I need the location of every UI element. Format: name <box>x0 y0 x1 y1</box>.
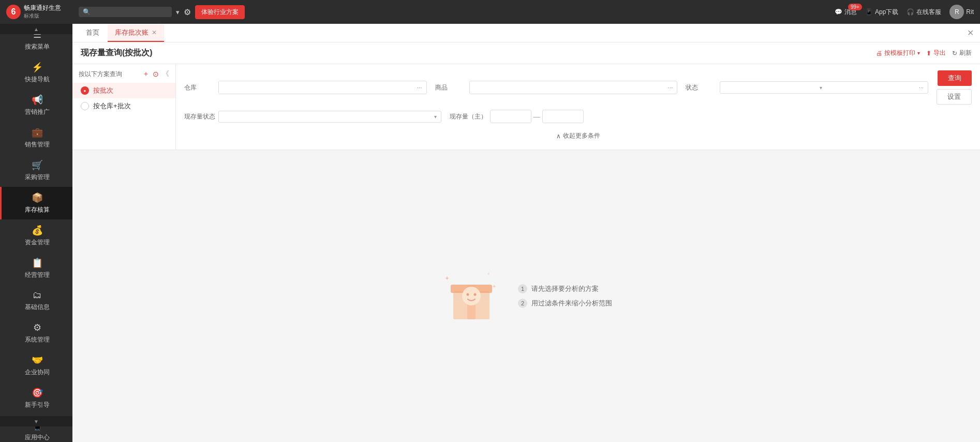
finance-icon: 💰 <box>32 225 43 236</box>
collapse-row[interactable]: ∧ 收起更多条件 <box>184 128 972 143</box>
sidebar-item-finance[interactable]: 💰 资金管理 <box>0 219 72 252</box>
svg-point-5 <box>467 293 469 296</box>
tab-bar: 首页 库存批次账 ✕ ✕ <box>72 24 980 42</box>
sidebar-item-purchase[interactable]: 🛒 采购管理 <box>0 154 72 187</box>
headset-icon: 🎧 <box>907 8 914 16</box>
svg-text:✦: ✦ <box>444 275 450 282</box>
top-bar-center: 🔍 ▾ ⚙ 体验行业方案 <box>68 5 835 19</box>
sidebar-item-new-guide[interactable]: 🎯 新手引导 <box>0 382 72 415</box>
logo-icon: 6 <box>6 5 21 19</box>
search-icon: 🔍 <box>83 8 91 16</box>
filter-panel: 按以下方案查询 ＋ ⊙ 《 ● 按批次 按仓库+批次 <box>72 64 980 150</box>
product-input-wrap[interactable]: ··· <box>469 81 678 94</box>
sidebar-item-label: 销售管理 <box>25 140 50 149</box>
content-area: 首页 库存批次账 ✕ ✕ 现存量查询(按批次) 🖨 按模板打印 ▾ ⬆ 导出 <box>72 24 980 442</box>
product-field: 商品 ··· <box>435 81 678 94</box>
status-more-icon[interactable]: ··· <box>919 84 924 91</box>
sidebar-scroll-up[interactable]: ▲ <box>0 24 72 34</box>
product-more-icon[interactable]: ··· <box>663 81 677 94</box>
message-icon: 💬 <box>835 8 842 16</box>
refresh-label: 刷新 <box>959 49 972 57</box>
tab-close-icon[interactable]: ✕ <box>152 30 157 36</box>
sidebar-item-sales[interactable]: 💼 销售管理 <box>0 122 72 154</box>
inventory-main-max[interactable] <box>542 110 584 123</box>
empty-text: 1 请先选择要分析的方案 2 用过滤条件来缩小分析范围 <box>518 284 612 308</box>
settings-button[interactable]: 设置 <box>937 89 972 105</box>
sidebar-item-label: 新手引导 <box>25 401 50 409</box>
sidebar-item-label: 企业协同 <box>25 368 50 377</box>
search-bar[interactable]: 🔍 <box>79 7 172 17</box>
app-download-action[interactable]: 📱 App下载 <box>865 8 898 17</box>
product-label: 商品 <box>435 83 466 92</box>
sidebar-scroll-down[interactable]: ▼ <box>0 416 72 426</box>
export-action[interactable]: ⬆ 导出 <box>926 49 946 57</box>
phone-icon: 📱 <box>865 8 873 16</box>
scheme-item-batch[interactable]: ● 按批次 <box>72 83 175 98</box>
user-action[interactable]: R Rit <box>949 5 974 19</box>
sidebar-item-label: 搜索菜单 <box>25 42 50 51</box>
sidebar-item-inventory[interactable]: 📦 库存核算 <box>0 187 72 219</box>
sidebar-item-label: 经营管理 <box>25 271 50 279</box>
warehouse-field: 仓库 ··· <box>184 81 427 94</box>
sidebar: ▲ ☰ 搜索菜单 ⚡ 快捷导航 📢 营销推广 💼 销售管理 🛒 采购管理 📦 库… <box>0 24 72 442</box>
gear-button[interactable]: ⚙ <box>184 7 191 17</box>
sidebar-item-operation[interactable]: 📋 经营管理 <box>0 252 72 285</box>
step-2-num: 2 <box>518 299 527 308</box>
tab-inventory-batch[interactable]: 库存批次账 ✕ <box>108 24 164 42</box>
collapse-label: 收起更多条件 <box>563 131 600 140</box>
sidebar-item-enterprise[interactable]: 🤝 企业协同 <box>0 349 72 382</box>
svg-point-4 <box>462 287 481 305</box>
inventory-status-label: 现存量状态 <box>184 112 215 121</box>
inventory-main-min[interactable] <box>490 110 531 123</box>
print-dropdown-icon[interactable]: ▾ <box>917 50 920 56</box>
scheme-actions: ＋ ⊙ 《 <box>142 69 169 79</box>
message-action[interactable]: 💬 消息 99+ <box>835 8 857 17</box>
tab-home[interactable]: 首页 <box>79 24 107 42</box>
inventory-main-range: — <box>490 110 707 123</box>
sidebar-item-quick-nav[interactable]: ⚡ 快捷导航 <box>0 56 72 89</box>
sidebar-item-basic[interactable]: 🗂 基础信息 <box>0 285 72 317</box>
settings-scheme-btn[interactable]: ⊙ <box>153 70 159 78</box>
inventory-main-label: 现存量（主） <box>450 112 487 121</box>
top-bar: 6 畅康通好生意 标准版 🔍 ▾ ⚙ 体验行业方案 💬 消息 99+ 📱 App… <box>0 0 980 24</box>
new-guide-icon: 🎯 <box>32 387 43 399</box>
scheme-warehouse-batch-label: 按仓库+批次 <box>93 101 131 111</box>
filter-scheme: 按以下方案查询 ＋ ⊙ 《 ● 按批次 按仓库+批次 <box>72 64 176 150</box>
user-name: Rit <box>966 8 974 16</box>
experience-btn[interactable]: 体验行业方案 <box>195 5 245 19</box>
collapse-scheme-btn[interactable]: 《 <box>162 69 169 79</box>
print-action[interactable]: 🖨 按模板打印 ▾ <box>876 49 920 57</box>
panel-close-icon[interactable]: ✕ <box>967 28 974 38</box>
step-2-text: 用过滤条件来缩小分析范围 <box>531 299 612 308</box>
refresh-action[interactable]: ↻ 刷新 <box>952 49 972 57</box>
query-button[interactable]: 查询 <box>938 70 972 86</box>
step-1-text: 请先选择要分析的方案 <box>531 284 599 293</box>
warehouse-more-icon[interactable]: ··· <box>413 81 426 94</box>
empty-illustration: ✦ ✦ ✦ <box>440 265 502 327</box>
sidebar-item-system[interactable]: ⚙ 系统管理 <box>0 317 72 349</box>
sidebar-item-marketing[interactable]: 📢 营销推广 <box>0 89 72 122</box>
collapse-up-icon: ∧ <box>556 132 561 140</box>
online-service-action[interactable]: 🎧 在线客服 <box>907 8 941 17</box>
print-label: 按模板打印 <box>884 49 915 57</box>
company-name: 畅康通好生意 <box>24 4 61 12</box>
dropdown-icon[interactable]: ▾ <box>176 8 180 16</box>
empty-state: ✦ ✦ ✦ 1 请先选择要分析的方案 2 用过滤条件来缩小分析范围 <box>72 150 980 442</box>
scheme-item-warehouse-batch[interactable]: 按仓库+批次 <box>72 98 175 114</box>
inventory-main-field: 现存量（主） — <box>450 110 707 123</box>
product-input[interactable] <box>470 81 664 94</box>
scheme-batch-label: 按批次 <box>93 86 113 95</box>
sidebar-item-label: 资金管理 <box>25 238 50 247</box>
export-icon: ⬆ <box>926 50 931 57</box>
refresh-icon: ↻ <box>952 50 957 57</box>
warehouse-input-wrap[interactable]: ··· <box>218 81 427 94</box>
inventory-status-select[interactable]: ▾ <box>218 111 441 123</box>
status-field: 状态 ▾ ··· <box>686 81 928 94</box>
inventory-icon: 📦 <box>32 192 43 203</box>
status-select[interactable]: ▾ ··· <box>720 81 928 94</box>
add-scheme-btn[interactable]: ＋ <box>142 69 150 79</box>
sidebar-item-label: 营销推广 <box>25 108 50 116</box>
warehouse-input[interactable] <box>219 81 413 94</box>
sidebar-item-label: 系统管理 <box>25 335 50 344</box>
inventory-status-field: 现存量状态 ▾ <box>184 111 441 123</box>
